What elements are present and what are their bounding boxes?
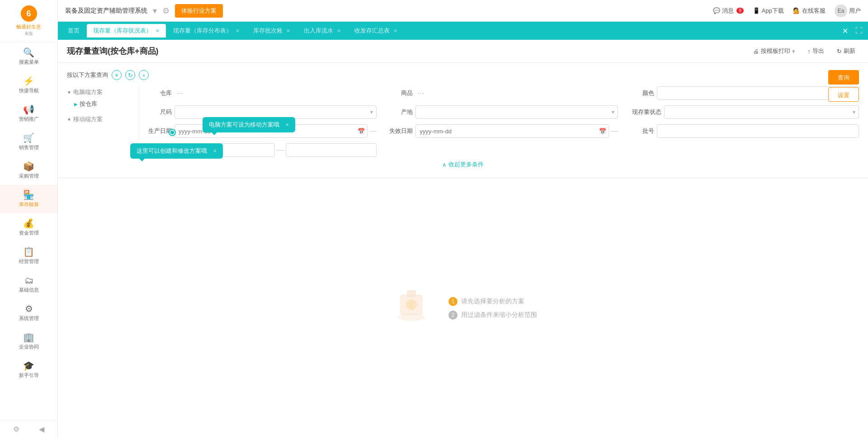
header-dropdown-icon[interactable]: ▾ xyxy=(153,6,157,16)
pc-scheme-item-warehouse[interactable]: ▶ 按仓库 xyxy=(71,98,133,110)
tab-summary[interactable]: 收发存汇总表 ✕ xyxy=(348,24,404,38)
tooltip2-close[interactable]: × xyxy=(213,148,217,154)
tab-batch[interactable]: 库存批次账 ✕ xyxy=(247,24,297,38)
export-icon: ↑ xyxy=(808,48,811,55)
message-icon: 💬 xyxy=(713,7,720,14)
tab-summary-close[interactable]: ✕ xyxy=(393,28,397,34)
mobile-scheme-arrow[interactable]: ▼ xyxy=(67,117,71,122)
experience-industry-btn[interactable]: 体验行业方案 xyxy=(175,4,223,18)
export-btn[interactable]: ↑ 导出 xyxy=(804,45,828,57)
tab-home[interactable]: 首页 xyxy=(61,24,86,38)
enterprise-nav-icon: 🏢 xyxy=(23,333,34,342)
sidebar-item-purchase[interactable]: 📦 采购管理 xyxy=(0,156,57,185)
tabs-fullscreen-icon[interactable]: ⛶ xyxy=(854,25,864,37)
header-online-service[interactable]: 💁 在线客服 xyxy=(793,7,826,15)
setting-btn[interactable]: 设置 xyxy=(828,87,859,102)
tab-inventory-status[interactable]: 现存量（库存状况表） ✕ xyxy=(87,24,166,38)
sidebar-footer: ⚙ ◀ xyxy=(0,420,57,438)
sidebar-item-enterprise[interactable]: 🏢 企业协同 xyxy=(0,327,57,356)
inv-status-select-wrap xyxy=(664,105,859,119)
tab-inventory-status-label: 现存量（库存状况表） xyxy=(93,27,152,35)
inv-status-select[interactable] xyxy=(664,105,859,119)
sidebar-settings-btn[interactable]: ⚙ xyxy=(13,425,19,433)
empty-text: 1 请先选择要分析的方案 2 用过滤条件来缩小分析范围 xyxy=(448,297,537,320)
sidebar-item-basic[interactable]: 🗂 基础信息 xyxy=(0,270,57,299)
finance-nav-icon: 💰 xyxy=(23,219,34,228)
logo-icon: 6 xyxy=(21,5,37,22)
tab-batch-label: 库存批次账 xyxy=(253,27,283,35)
sales-nav-icon: 🛒 xyxy=(23,133,34,142)
sidebar-item-search[interactable]: 🔍 搜索菜单 xyxy=(0,42,57,71)
sidebar-item-marketing[interactable]: 📢 营销推广 xyxy=(0,99,57,128)
expire-date-range: — xyxy=(415,124,618,138)
dot-indicator xyxy=(170,130,175,135)
sidebar-item-sales[interactable]: 🛒 销售管理 xyxy=(0,128,57,156)
goods-more[interactable]: ··· xyxy=(415,89,426,98)
collapse-link[interactable]: ∧ 收起更多条件 xyxy=(442,160,484,169)
color-label: 颜色 xyxy=(627,89,654,97)
empty-state: :( 1 请先选择要分析的方案 2 用过滤条件来缩小分析范围 xyxy=(58,178,868,438)
header-app-download[interactable]: 📱 App下载 xyxy=(753,7,784,15)
tab-inout-close[interactable]: ✕ xyxy=(337,28,341,34)
pc-scheme-arrow[interactable]: ▼ xyxy=(67,90,71,95)
tabs-close-icon[interactable]: ✕ xyxy=(840,25,850,37)
warehouse-more[interactable]: ··· xyxy=(175,89,185,98)
sidebar-item-quick[interactable]: ⚡ 快捷导航 xyxy=(0,71,57,99)
sidebar-item-inventory[interactable]: 🏪 库存核算 xyxy=(0,185,57,213)
sidebar-item-operation[interactable]: 📋 经营管理 xyxy=(0,242,57,270)
batch-field: 批号 xyxy=(627,124,859,138)
operation-nav-icon: 📋 xyxy=(23,247,34,256)
tab-inout[interactable]: 出入库流水 ✕ xyxy=(297,24,347,38)
batch-label: 批号 xyxy=(627,127,654,135)
filter-header: 按以下方案查询 + ↻ « xyxy=(67,70,859,80)
goods-label: 商品 xyxy=(386,89,413,97)
service-icon: 💁 xyxy=(793,7,800,14)
print-btn[interactable]: 🖨 按模板打印 ▾ xyxy=(750,45,799,57)
tab-batch-close[interactable]: ✕ xyxy=(286,28,290,34)
sidebar-collapse-btn[interactable]: ◀ xyxy=(39,425,44,433)
warehouse-label: 仓库 xyxy=(145,89,172,97)
svg-text::(: :( xyxy=(409,301,413,308)
filter-title: 按以下方案查询 xyxy=(67,71,108,79)
pc-scheme-category: ▼ 电脑端方案 xyxy=(67,86,133,98)
collapse-row: ∧ 收起更多条件 xyxy=(67,157,859,170)
origin-select-wrap xyxy=(415,105,618,119)
tooltip1-close[interactable]: × xyxy=(286,122,289,128)
basic-nav-icon: 🗂 xyxy=(24,276,33,285)
header-user[interactable]: Ea 用户 xyxy=(835,5,861,17)
origin-select[interactable] xyxy=(415,105,618,119)
color-field: 颜色 xyxy=(627,86,859,100)
header-message[interactable]: 💬 消息 9 xyxy=(713,7,744,15)
tab-inventory-status-close[interactable]: ✕ xyxy=(156,28,160,34)
empty-num-1: 1 xyxy=(448,297,458,306)
qty-max-input[interactable] xyxy=(286,143,377,157)
refresh-btn[interactable]: ↻ 刷新 xyxy=(833,45,859,57)
prod-date-label: 生产日期 xyxy=(145,127,172,135)
tab-inventory-dist-close[interactable]: ✕ xyxy=(236,28,240,34)
app-icon: 📱 xyxy=(753,7,760,14)
refresh-scheme-btn[interactable]: ↻ xyxy=(125,70,135,80)
empty-step2: 2 用过滤条件来缩小分析范围 xyxy=(448,311,537,320)
search-btn[interactable]: 查询 xyxy=(828,70,859,85)
refresh-icon: ↻ xyxy=(837,48,842,55)
tabs-bar-right: ✕ ⛶ xyxy=(840,25,864,37)
add-scheme-btn[interactable]: + xyxy=(112,70,122,80)
guide-nav-icon: 🎓 xyxy=(23,361,34,370)
pc-item-bullet: ▶ xyxy=(74,102,78,107)
warehouse-field: 仓库 ··· xyxy=(145,86,377,100)
tooltip-create-scheme: 这里可以创建和修改方案哦 × xyxy=(130,143,223,159)
back-scheme-btn[interactable]: « xyxy=(139,70,149,80)
batch-input[interactable] xyxy=(657,124,859,138)
logo-text: 畅通好生意 标版 xyxy=(16,24,41,37)
header-settings-icon[interactable]: ⚙ xyxy=(162,6,170,16)
tab-inventory-dist[interactable]: 现存量（库存分布表） ✕ xyxy=(167,24,246,38)
sidebar-item-system[interactable]: ⚙ 系统管理 xyxy=(0,299,57,327)
sidebar-item-guide[interactable]: 🎓 新手引导 xyxy=(0,356,57,384)
page-actions: 🖨 按模板打印 ▾ ↑ 导出 ↻ 刷新 xyxy=(750,45,859,57)
sidebar-item-finance[interactable]: 💰 资金管理 xyxy=(0,213,57,242)
tab-home-label: 首页 xyxy=(68,27,80,35)
expire-date-start[interactable] xyxy=(415,124,609,138)
top-header: 装备及固定资产辅助管理系统 ▾ ⚙ 体验行业方案 💬 消息 9 📱 App下载 … xyxy=(58,0,868,22)
expire-date-start-wrap xyxy=(415,124,609,138)
tooltip-pc-scheme: 电脑方案可设为移动方案哦 × xyxy=(203,117,295,132)
